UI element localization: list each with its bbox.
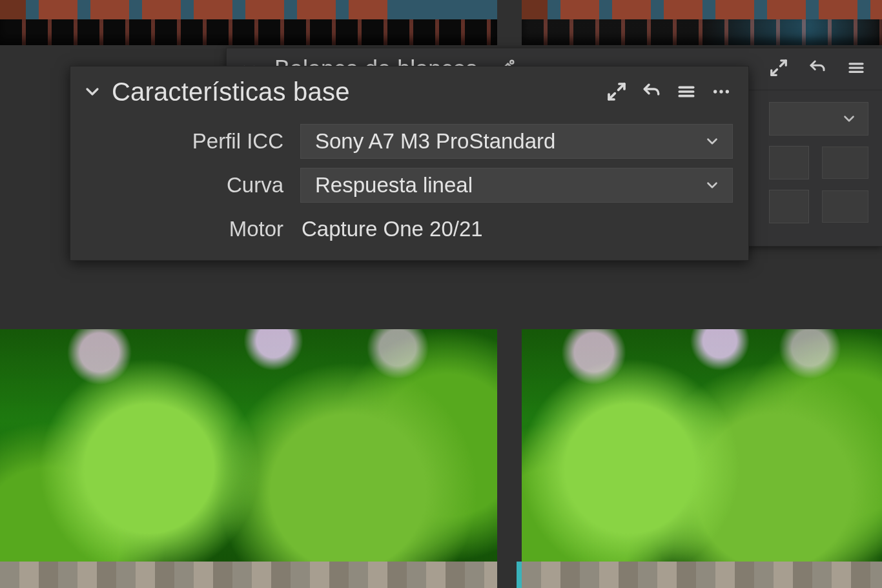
engine-value: Capture One 20/21 xyxy=(300,217,733,241)
wb-tint-field[interactable] xyxy=(769,190,809,223)
background-wall-right xyxy=(522,562,882,588)
wb-mode-dropdown[interactable] xyxy=(769,102,868,136)
reset-icon xyxy=(641,81,662,102)
background-arcade-right xyxy=(522,19,882,45)
wb-kelvin-field[interactable] xyxy=(769,146,809,179)
curve-dropdown[interactable]: Respuesta lineal xyxy=(300,168,733,203)
reset-icon[interactable] xyxy=(804,58,831,80)
engine-label: Motor xyxy=(86,217,283,241)
svg-point-13 xyxy=(726,90,729,93)
collapse-toggle[interactable] xyxy=(77,76,108,107)
reset-button[interactable] xyxy=(636,76,667,107)
base-characteristics-panel: Características base Perfil ICC Sony A7 … xyxy=(70,66,749,261)
expand-button[interactable] xyxy=(601,76,632,107)
svg-point-11 xyxy=(713,90,717,93)
icc-profile-dropdown[interactable]: Sony A7 M3 ProStandard xyxy=(300,124,733,159)
presets-button[interactable] xyxy=(671,76,702,107)
chevron-down-icon xyxy=(82,81,103,102)
svg-point-12 xyxy=(719,90,723,93)
svg-point-0 xyxy=(510,61,513,64)
icc-profile-value: Sony A7 M3 ProStandard xyxy=(315,129,555,154)
chevron-down-icon xyxy=(704,177,721,194)
expand-icon[interactable] xyxy=(765,58,792,80)
more-horizontal-icon xyxy=(711,81,732,102)
more-button[interactable] xyxy=(706,76,737,107)
background-wall-left xyxy=(0,562,497,588)
background-brick-left xyxy=(0,0,497,19)
panel-title: Características base xyxy=(112,77,350,106)
curve-value: Respuesta lineal xyxy=(315,173,473,198)
curve-label: Curva xyxy=(86,173,283,198)
background-brick-right xyxy=(522,0,882,19)
wb-value-box-1[interactable] xyxy=(822,147,868,179)
icc-profile-label: Perfil ICC xyxy=(86,129,283,154)
wb-value-box-2[interactable] xyxy=(822,190,868,223)
background-arcade-left xyxy=(0,19,497,45)
preview-image-left xyxy=(0,329,497,562)
menu-icon xyxy=(676,81,697,102)
menu-icon[interactable] xyxy=(843,58,870,80)
expand-icon xyxy=(606,81,627,102)
chevron-down-icon xyxy=(704,133,721,150)
preview-image-right xyxy=(522,329,882,562)
